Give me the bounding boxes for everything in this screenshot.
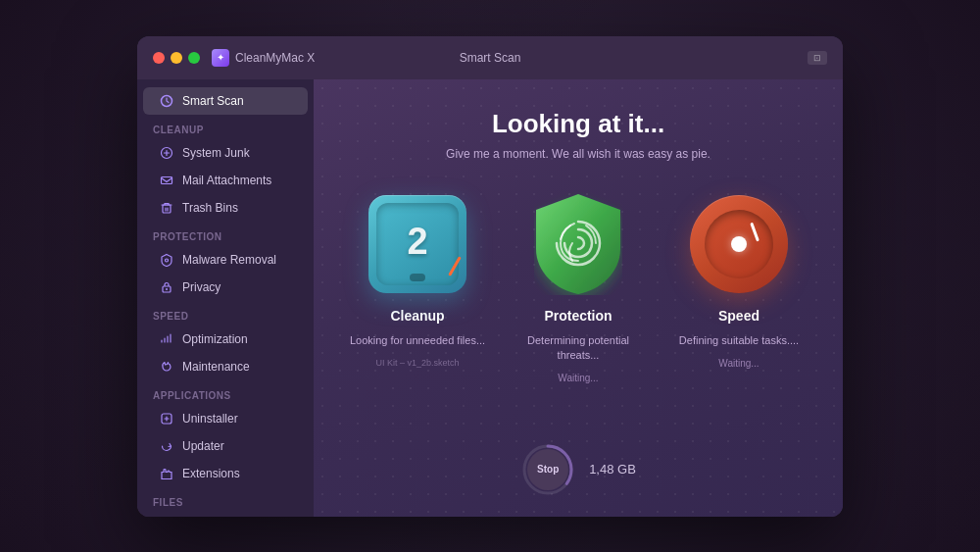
card-cleanup: 2 Cleanup Looking for unneeded files... … [349, 190, 486, 368]
sidebar-item-maintenance[interactable]: Maintenance [143, 353, 308, 380]
content-area: Looking at it... Give me a moment. We al… [314, 79, 843, 517]
optimization-icon [159, 331, 174, 347]
sidebar-label-malware-removal: Malware Removal [182, 253, 276, 267]
title-bar: ✦ CleanMyMac X Smart Scan [137, 36, 843, 79]
app-title-group: ✦ CleanMyMac X [212, 49, 315, 67]
smart-scan-icon [159, 93, 174, 109]
protection-desc: Determining potential threats... [510, 333, 647, 364]
svg-rect-3 [163, 205, 171, 213]
window-control-btn[interactable] [808, 51, 827, 65]
sidebar-label-privacy: Privacy [182, 280, 220, 294]
protection-icon-wrap [524, 190, 632, 298]
speed-status: Waiting... [718, 358, 759, 369]
maximize-button[interactable] [188, 52, 200, 64]
cleanup-desc: Looking for unneeded files... [350, 333, 485, 348]
sidebar-item-malware-removal[interactable]: Malware Removal [143, 246, 308, 274]
svg-rect-2 [162, 176, 172, 183]
section-applications: Applications [137, 380, 314, 405]
sidebar-item-privacy[interactable]: Privacy [143, 274, 308, 301]
system-junk-icon [159, 145, 174, 161]
section-protection: Protection [137, 222, 314, 246]
svg-point-6 [166, 288, 168, 290]
main-window: ✦ CleanMyMac X Smart Scan Smart Scan Cle… [137, 36, 843, 517]
sidebar-label-trash-bins: Trash Bins [182, 201, 238, 215]
close-button[interactable] [153, 52, 165, 64]
sidebar-label-maintenance: Maintenance [182, 360, 250, 374]
gauge-dot [731, 236, 747, 252]
disk-needle [448, 256, 462, 276]
sidebar-item-updater[interactable]: Updater [143, 432, 308, 460]
sidebar: Smart Scan Cleanup System Junk [137, 79, 314, 517]
updater-icon [159, 438, 174, 454]
stop-button[interactable]: Stop [527, 449, 568, 490]
sidebar-label-system-junk: System Junk [182, 146, 250, 160]
disk-icon: 2 [368, 195, 466, 293]
stop-button-label: Stop [537, 464, 559, 475]
traffic-lights [153, 52, 200, 64]
sidebar-item-system-junk[interactable]: System Junk [143, 139, 308, 167]
gauge-inner [705, 210, 773, 278]
trash-icon [159, 200, 174, 216]
card-protection: Protection Determining potential threats… [510, 190, 647, 384]
speed-desc: Defining suitable tasks.... [679, 333, 799, 348]
speed-icon-wrap [685, 190, 793, 298]
sidebar-label-smart-scan: Smart Scan [182, 94, 244, 108]
shield-icon-wrap [529, 190, 627, 298]
mail-icon [159, 173, 174, 188]
main-layout: Smart Scan Cleanup System Junk [137, 79, 843, 517]
sidebar-label-optimization: Optimization [182, 332, 248, 346]
window-title: Smart Scan [460, 51, 521, 65]
maintenance-icon [159, 359, 174, 375]
malware-icon [159, 252, 174, 268]
content-title: Looking at it... [492, 109, 664, 139]
minimize-button[interactable] [171, 52, 182, 64]
sidebar-label-mail-attachments: Mail Attachments [182, 174, 271, 187]
uninstaller-icon [159, 411, 174, 427]
sidebar-item-optimization[interactable]: Optimization [143, 326, 308, 353]
section-speed: Speed [137, 301, 314, 326]
sidebar-label-uninstaller: Uninstaller [182, 412, 238, 426]
speed-title: Speed [718, 308, 760, 324]
app-icon: ✦ [212, 49, 229, 67]
protection-status: Waiting... [558, 373, 598, 383]
section-cleanup: Cleanup [137, 115, 314, 139]
progress-size: 1,48 GB [589, 462, 636, 477]
cleanup-icon-wrap: 2 [364, 190, 471, 298]
card-speed: Speed Defining suitable tasks.... Waitin… [670, 190, 808, 369]
sidebar-label-updater: Updater [182, 439, 224, 453]
sidebar-item-trash-bins[interactable]: Trash Bins [143, 194, 308, 222]
sidebar-item-smart-scan[interactable]: Smart Scan [143, 87, 308, 115]
window-controls [808, 51, 827, 65]
shield-svg [534, 192, 622, 295]
section-files: Files [137, 487, 314, 512]
cards-row: 2 Cleanup Looking for unneeded files... … [349, 190, 808, 384]
sidebar-item-mail-attachments[interactable]: Mail Attachments [143, 167, 308, 194]
gauge-needle [750, 222, 760, 241]
extensions-icon [159, 466, 174, 481]
privacy-icon [159, 279, 174, 295]
svg-point-4 [166, 259, 169, 262]
content-subtitle: Give me a moment. We all wish it was eas… [446, 147, 710, 161]
cleanup-title: Cleanup [390, 308, 444, 324]
sidebar-item-space-lens[interactable]: Space Lens [143, 512, 308, 517]
sidebar-label-extensions: Extensions [182, 467, 240, 480]
gauge-icon [690, 195, 788, 293]
progress-ring-wrap: Stop [520, 442, 575, 497]
sidebar-item-uninstaller[interactable]: Uninstaller [143, 405, 308, 432]
protection-title: Protection [544, 308, 612, 324]
disk-connector [410, 274, 425, 281]
app-name: CleanMyMac X [235, 51, 315, 65]
bottom-section: Stop 1,48 GB [520, 423, 636, 497]
disk-number: 2 [407, 222, 427, 259]
cleanup-file: UI Kit – v1_2b.sketch [375, 358, 459, 368]
sidebar-item-extensions[interactable]: Extensions [143, 460, 308, 487]
